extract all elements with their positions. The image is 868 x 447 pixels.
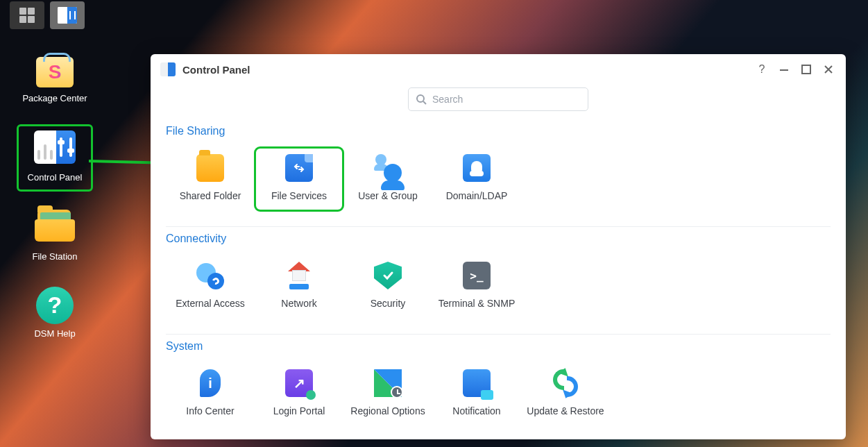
control-panel-window: Control Panel ? File Sharing [151,54,846,439]
svg-rect-2 [802,65,810,74]
info-center-icon: i [196,369,224,397]
tile-label: Network [281,298,316,309]
desktop-icon-dsm-help[interactable]: ? DSM Help [17,282,93,346]
terminal-icon: >_ [463,262,491,289]
section-grid-file-sharing: Shared Folder File Services User & Group… [166,139,831,211]
folder-icon [196,154,224,182]
maximize-button[interactable] [799,62,814,77]
search-input[interactable] [432,94,581,105]
tile-login-portal[interactable]: Login Portal [255,362,343,426]
tile-notification[interactable]: Notification [432,362,521,426]
regional-options-icon [374,369,402,397]
tile-file-services[interactable]: File Services [255,147,343,211]
file-services-icon [285,154,313,182]
notification-icon [463,369,491,397]
package-center-icon: S [34,51,76,87]
tile-network[interactable]: Network [255,255,343,319]
search-bar [151,85,846,121]
tile-security[interactable]: Security [343,255,432,319]
section-divider [166,334,831,335]
tile-shared-folder[interactable]: Shared Folder [166,147,255,211]
tile-label: Login Portal [273,405,325,416]
external-access-icon [196,262,224,289]
desktop-icon-package-center[interactable]: S Package Center [17,47,93,110]
desktop: S Package Center Control Panel File Stat… [0,0,868,447]
desktop-icon-file-station[interactable]: File Station [17,205,93,269]
apps-grid-icon [19,8,35,23]
control-panel-icon [160,62,176,76]
control-panel-icon [58,7,77,24]
help-button[interactable]: ? [754,62,769,77]
tile-update-restore[interactable]: Update & Restore [521,362,610,426]
update-restore-icon [552,369,579,397]
section-heading-system: System [166,340,831,353]
minimize-icon [779,65,789,74]
desktop-icon-control-panel[interactable]: Control Panel [17,124,93,192]
svg-rect-1 [780,69,788,71]
domain-ldap-icon [463,154,491,182]
desktop-icons: S Package Center Control Panel File Stat… [17,47,93,360]
search-field[interactable] [408,87,588,111]
svg-point-3 [417,95,424,102]
help-icon: ? [34,287,76,323]
tile-label: Info Center [186,405,234,416]
tile-label: User & Group [358,190,418,201]
section-grid-system: i Info Center Login Portal Regional Opti… [166,354,831,426]
login-portal-icon [285,369,313,397]
tile-label: Security [371,298,406,309]
window-title: Control Panel [182,64,250,76]
taskbar-apps-button[interactable] [10,1,44,29]
desktop-icon-label: File Station [17,251,93,263]
user-group-icon [374,154,402,182]
tile-user-group[interactable]: User & Group [343,147,432,211]
tile-regional-options[interactable]: Regional Options [343,362,432,426]
control-panel-icon [34,130,76,167]
desktop-icon-label: DSM Help [17,328,93,340]
close-button[interactable] [821,62,836,77]
desktop-icon-label: Control Panel [19,172,91,184]
file-station-icon [34,210,76,246]
minimize-button[interactable] [776,62,792,77]
window-content[interactable]: File Sharing Shared Folder File Services… [151,121,846,439]
tile-domain-ldap[interactable]: Domain/LDAP [432,147,521,211]
desktop-icon-label: Package Center [17,93,93,105]
tile-terminal-snmp[interactable]: >_ Terminal & SNMP [432,255,521,319]
maximize-icon [801,65,811,74]
taskbar [10,1,85,29]
tile-info-center[interactable]: i Info Center [166,362,255,426]
tile-label: Regional Options [350,405,425,416]
tile-label: External Access [176,298,245,309]
tile-label: Domain/LDAP [446,190,508,201]
tile-label: File Services [271,190,327,201]
tile-label: Terminal & SNMP [439,298,515,309]
close-icon [824,65,833,74]
taskbar-control-panel-button[interactable] [50,1,85,29]
window-titlebar: Control Panel ? [151,54,846,85]
tile-label: Shared Folder [180,190,241,201]
section-grid-connectivity: External Access Network Security >_ Term… [166,246,831,319]
section-heading-file-sharing: File Sharing [166,125,831,137]
tile-external-access[interactable]: External Access [166,255,255,319]
svg-line-4 [423,101,426,104]
tile-label: Update & Restore [527,405,604,416]
security-shield-icon [374,262,402,289]
section-heading-connectivity: Connectivity [166,233,831,245]
section-divider [166,226,831,227]
search-icon [416,94,427,105]
network-icon [285,262,313,289]
tile-label: Notification [452,405,500,416]
